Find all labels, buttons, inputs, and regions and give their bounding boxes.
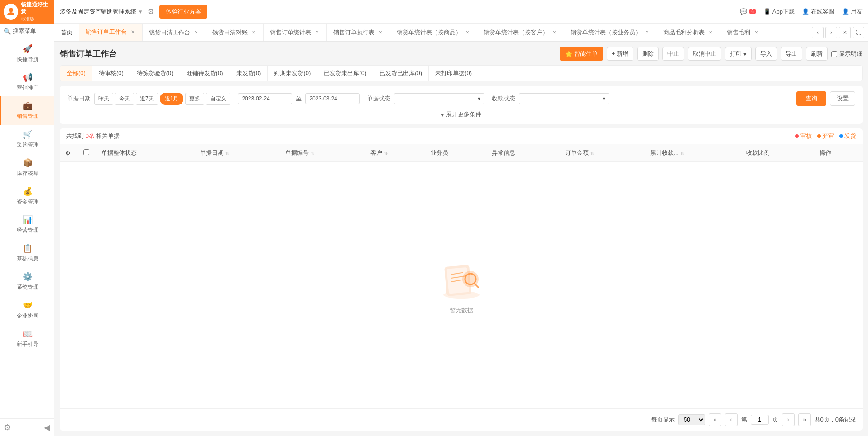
- show-detail-checkbox[interactable]: 显示明细: [831, 50, 863, 58]
- filter-tab-overdue_not_shipped[interactable]: 到期未发货(0): [268, 66, 317, 81]
- query-button[interactable]: 查询: [796, 91, 826, 106]
- online-service-item[interactable]: 👤 在线客服: [802, 8, 834, 16]
- collapse-icon[interactable]: ◀: [44, 422, 50, 432]
- date-option-今天[interactable]: 今天: [115, 93, 134, 105]
- date-separator: 至: [296, 95, 302, 103]
- tab-close-icon[interactable]: ✕: [129, 29, 136, 35]
- tab-next-button[interactable]: ›: [825, 27, 837, 38]
- service-icon: 👤: [802, 8, 809, 15]
- app-download-item[interactable]: 📱 App下载: [763, 8, 795, 16]
- th-customer[interactable]: 客户⇅: [365, 144, 425, 162]
- sidebar-item-purchase[interactable]: 🛒采购管理: [0, 125, 54, 153]
- refresh-button[interactable]: 刷新: [806, 47, 828, 61]
- filter-tab-wangpu_pending[interactable]: 旺铺待发货(0): [180, 66, 230, 81]
- cancel-review-action[interactable]: 弃审: [817, 132, 834, 140]
- collection-select[interactable]: ▾: [519, 93, 609, 104]
- date-option-更多[interactable]: 更多: [185, 93, 204, 105]
- next-page-button[interactable]: ›: [782, 413, 795, 426]
- sidebar-item-corp[interactable]: 🤝企业协同: [0, 296, 54, 324]
- search-menu[interactable]: 🔍 搜索菜单: [0, 24, 54, 39]
- page-size-select[interactable]: 50 20 100 200: [678, 414, 705, 425]
- th-amount[interactable]: 订单金额⇅: [560, 144, 645, 162]
- expand-conditions-button[interactable]: ▾ 展开更多条件: [441, 110, 481, 118]
- th-date[interactable]: 单据日期⇅: [195, 144, 280, 162]
- sidebar-item-operation[interactable]: 📊经营管理: [0, 210, 54, 239]
- tab-sales-profit[interactable]: 销售毛利✕: [720, 24, 766, 42]
- tab-close-icon[interactable]: ✕: [551, 29, 557, 36]
- empty-illustration: [434, 256, 489, 302]
- tab-home[interactable]: 首页: [54, 24, 79, 42]
- first-page-button[interactable]: «: [709, 413, 721, 426]
- tab-prev-button[interactable]: ‹: [812, 27, 824, 38]
- filter-tab-shipped_out[interactable]: 已发货已出库(0): [373, 66, 429, 81]
- page-input[interactable]: [751, 415, 769, 425]
- export-button[interactable]: 导出: [781, 47, 802, 61]
- system-title: 装备及固定资产辅助管理系统 ▾: [60, 8, 142, 16]
- date-to-input[interactable]: [305, 93, 360, 104]
- sidebar-item-quick-nav[interactable]: 🚀快捷导航: [0, 39, 54, 68]
- sidebar-item-sales[interactable]: 💼销售管理: [0, 96, 54, 125]
- dropdown-arrow[interactable]: ▾: [139, 8, 142, 15]
- messages-item[interactable]: 💬 6: [740, 8, 756, 15]
- tab-fullscreen-button[interactable]: ⛶: [853, 27, 864, 38]
- tab-sales-summary-customer[interactable]: 销货单统计表（按客户）✕: [477, 24, 564, 42]
- add-button[interactable]: + 新增: [607, 47, 633, 61]
- search-icon: 🔍: [4, 28, 11, 35]
- review-action[interactable]: 审核: [795, 132, 812, 140]
- show-detail-input[interactable]: [831, 51, 837, 57]
- settings-icon[interactable]: ⚙: [4, 422, 11, 432]
- print-button[interactable]: 打印 ▾: [725, 47, 752, 61]
- tab-close-icon[interactable]: ✕: [464, 29, 470, 36]
- select-all-checkbox[interactable]: [83, 149, 89, 155]
- sidebar-item-inventory[interactable]: 📦库存核算: [0, 153, 54, 182]
- tab-close-icon[interactable]: ✕: [644, 29, 650, 36]
- filter-tab-shipped_not_out[interactable]: 已发货未出库(0): [317, 66, 373, 81]
- header-gear-icon[interactable]: ⚙: [148, 7, 154, 16]
- experience-button[interactable]: 体验行业方案: [159, 5, 207, 19]
- sidebar-item-finance[interactable]: 💰资金管理: [0, 182, 54, 210]
- filter-tab-not_shipped[interactable]: 未发货(0): [230, 66, 268, 81]
- tab-close-icon[interactable]: ✕: [707, 29, 714, 36]
- filter-tab-pending_review[interactable]: 待审核(0): [92, 66, 130, 81]
- date-option-近7天[interactable]: 近7天: [136, 93, 158, 105]
- date-option-昨天[interactable]: 昨天: [94, 93, 113, 105]
- filter-tab-all[interactable]: 全部(0): [60, 66, 92, 81]
- delete-button[interactable]: 删除: [637, 47, 659, 61]
- sidebar-item-marketing[interactable]: 📢营销推广: [0, 68, 54, 96]
- message-badge: 6: [749, 9, 756, 14]
- tab-sales-summary-staff[interactable]: 销货单统计表（按业务员）✕: [564, 24, 657, 42]
- tab-close-icon[interactable]: ✕: [314, 29, 320, 36]
- tab-close-icon[interactable]: ✕: [377, 29, 384, 36]
- date-option-自定义[interactable]: 自定义: [206, 93, 230, 105]
- filter-tab-not_printed[interactable]: 未打印单据(0): [429, 66, 478, 81]
- tab-close-icon[interactable]: ✕: [193, 29, 199, 36]
- tab-sales-summary-product[interactable]: 销货单统计表（按商品）✕: [390, 24, 477, 42]
- filter-tab-pending_inspect[interactable]: 待拣货验货(0): [130, 66, 180, 81]
- stop-button[interactable]: 中止: [662, 47, 684, 61]
- th-number[interactable]: 单据编号⇅: [280, 144, 365, 162]
- date-option-近1月[interactable]: 近1月: [160, 93, 184, 105]
- tab-close-all-button[interactable]: ✕: [839, 27, 851, 38]
- import-button[interactable]: 导入: [755, 47, 777, 61]
- setting-button[interactable]: 设置: [830, 91, 855, 106]
- prev-page-button[interactable]: ‹: [725, 413, 738, 426]
- tab-cash-daily[interactable]: 钱货日清工作台✕: [143, 24, 206, 42]
- user-item[interactable]: 👤 用友: [842, 8, 863, 16]
- tab-close-icon[interactable]: ✕: [753, 29, 759, 36]
- last-page-button[interactable]: »: [798, 413, 811, 426]
- date-from-input[interactable]: [238, 93, 292, 104]
- status-select[interactable]: ▾: [394, 93, 484, 104]
- tab-gross-profit[interactable]: 商品毛利分析表✕: [657, 24, 720, 42]
- tab-sales-workbench[interactable]: 销售订单工作台✕: [79, 24, 143, 42]
- cancel-stop-button[interactable]: 取消中止: [688, 47, 721, 61]
- th-collected[interactable]: 累计收款...⇅: [645, 144, 740, 162]
- ai-generate-button[interactable]: ⭐ 智能生单: [560, 47, 603, 61]
- tab-close-icon[interactable]: ✕: [250, 29, 257, 36]
- sidebar-item-base[interactable]: 📋基础信息: [0, 239, 54, 267]
- sidebar-item-guide[interactable]: 📖新手引导: [0, 324, 54, 353]
- tab-sales-stat[interactable]: 销售订单统计表✕: [264, 24, 327, 42]
- tab-cash-reconcile[interactable]: 钱货日清对账✕: [206, 24, 264, 42]
- tab-sales-exec[interactable]: 销售订单执行表✕: [327, 24, 390, 42]
- ship-action[interactable]: 发货: [839, 132, 856, 140]
- sidebar-item-system[interactable]: ⚙️系统管理: [0, 267, 54, 296]
